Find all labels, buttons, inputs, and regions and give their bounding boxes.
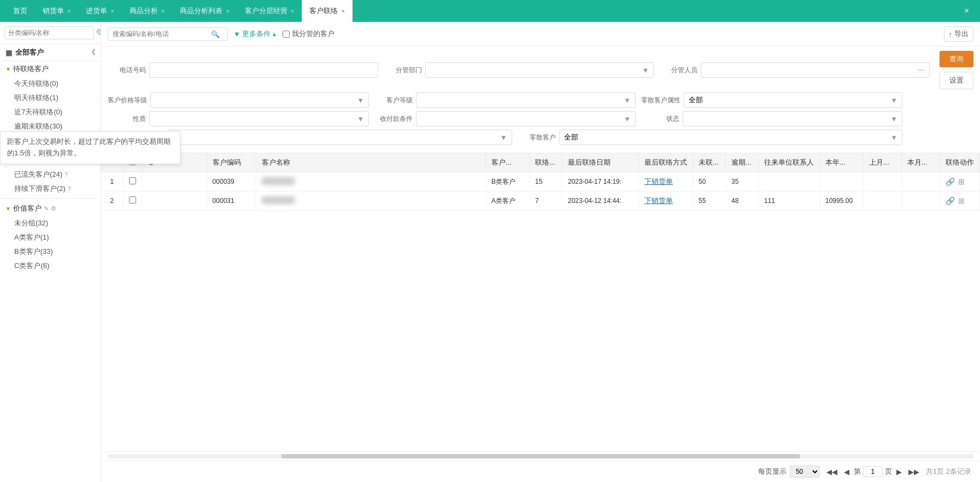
- filter-customer-grade-select[interactable]: ▼: [416, 92, 636, 108]
- nav-sales[interactable]: 销货单 ×: [35, 0, 78, 22]
- sidebar-search-input[interactable]: [4, 26, 94, 39]
- per-page-select[interactable]: 20 50 100: [790, 466, 820, 478]
- sidebar-item-b-class[interactable]: B类客户(33): [10, 245, 101, 259]
- th-contact-label: 联络...: [535, 158, 555, 166]
- filter-nature: 性质 ▼: [108, 111, 369, 126]
- th-thismonth: 本月...: [902, 153, 940, 172]
- nav-analysis-close[interactable]: ×: [161, 8, 165, 14]
- filter-status-select[interactable]: ▼: [683, 111, 902, 126]
- nav-analysis-list[interactable]: 商品分析列表 ×: [172, 0, 237, 22]
- nav-customer-contact[interactable]: 客户联络 ×: [302, 0, 352, 22]
- export-icon: ↑: [949, 30, 953, 38]
- filter-phone-input[interactable]: [149, 62, 378, 78]
- close-all-button[interactable]: ×: [959, 6, 975, 16]
- th-type-label: 客户...: [491, 158, 512, 166]
- scroll-track[interactable]: [108, 454, 973, 458]
- more-conditions-btn[interactable]: ▼ 更多条件 ▲: [233, 29, 277, 39]
- sidebar-search-area: 🔍: [0, 22, 101, 44]
- cell-thismonth-2: [902, 191, 940, 211]
- nav-analysis-list-close[interactable]: ×: [226, 8, 229, 14]
- blurred-name-1: [262, 177, 295, 185]
- action-grid-icon-1[interactable]: ⊞: [958, 177, 965, 186]
- filter-nature-select[interactable]: ▼: [149, 111, 369, 126]
- sidebar-item-c-class[interactable]: C类客户(6): [10, 259, 101, 273]
- sidebar-item-already-lost[interactable]: 已流失客户(24) ?: [10, 167, 101, 182]
- search-input[interactable]: [113, 30, 211, 38]
- filter-scattered-customer-select[interactable]: 全部 ▼: [559, 130, 902, 145]
- filter-settings-button[interactable]: 设置: [940, 72, 973, 89]
- filter-price-grade-select[interactable]: ▼: [150, 92, 369, 108]
- collapse-icon[interactable]: 《: [88, 48, 95, 57]
- cell-uncontact-1: 50: [693, 172, 726, 191]
- already-lost-help-icon[interactable]: ?: [64, 172, 68, 178]
- lastmethod-link-1[interactable]: 下销货单: [644, 177, 673, 185]
- price-grade-arrow: ▼: [357, 96, 364, 104]
- th-lastmonth: 上月...: [864, 153, 902, 172]
- th-uncontact-label: 未联...: [699, 158, 719, 166]
- scroll-thumb[interactable]: [281, 454, 800, 458]
- sidebar-item-today[interactable]: 今天待联络(0): [10, 77, 101, 91]
- filter-scattered-attr: 零散客户属性 全部 ▼: [641, 92, 902, 108]
- sidebar-item-declining[interactable]: 持续下滑客户(2) ?: [10, 182, 101, 196]
- horizontal-scrollbar[interactable]: [101, 451, 980, 461]
- cell-contact-1: 15: [530, 172, 562, 191]
- th-type: 客户...: [486, 153, 530, 172]
- all-customers-label: 全部客户: [15, 48, 44, 57]
- sidebar-search-icon[interactable]: 🔍: [96, 29, 101, 37]
- my-customers-checkbox[interactable]: [283, 31, 290, 38]
- nav-customer-tier[interactable]: 客户分层经营 ×: [237, 0, 302, 22]
- filter-scattered-attr-select[interactable]: 全部 ▼: [684, 92, 902, 108]
- person-more-dots[interactable]: ···: [918, 66, 925, 74]
- row1-checkbox[interactable]: [129, 177, 136, 184]
- action-link-icon-1[interactable]: 🔗: [946, 177, 955, 186]
- more-conditions-arrow: ▲: [272, 31, 277, 37]
- export-button[interactable]: ↑ 导出: [944, 26, 974, 42]
- last-page-button[interactable]: ▶▶: [906, 467, 922, 477]
- sidebar-value-customers[interactable]: ▼ 价值客户 ✎ ⚙: [0, 201, 101, 216]
- more-conditions-label: 更多条件: [242, 29, 271, 39]
- nav-customer-tier-close[interactable]: ×: [291, 8, 294, 14]
- nav-home[interactable]: 首页: [5, 0, 35, 22]
- filter-phone-label: 电话号码: [108, 66, 146, 75]
- row2-checkbox[interactable]: [129, 196, 136, 204]
- query-button[interactable]: 查询: [940, 51, 973, 67]
- filter-dept-select[interactable]: ▼: [425, 62, 654, 78]
- sidebar-item-ungrouped[interactable]: 未分组(32): [10, 216, 101, 230]
- prev-page-button[interactable]: ◀: [842, 467, 852, 477]
- my-customers-label: 我分管的客户: [292, 29, 335, 39]
- lastmethod-link-2[interactable]: 下销货单: [644, 196, 673, 205]
- nav-purchase-close[interactable]: ×: [110, 8, 114, 14]
- declining-help-icon[interactable]: ?: [68, 186, 71, 192]
- filter-payment-select[interactable]: ▼: [416, 111, 636, 126]
- nav-customer-contact-close[interactable]: ×: [341, 8, 344, 14]
- nav-analysis[interactable]: 商品分析 ×: [122, 0, 172, 22]
- sidebar-item-a-class[interactable]: A类客户(1): [10, 230, 101, 245]
- filter-customer-type-select[interactable]: ▼: [168, 130, 512, 145]
- page-number-input[interactable]: [863, 466, 883, 477]
- value-customers-edit-icon[interactable]: ✎: [44, 205, 49, 212]
- filter-person-select[interactable]: ···: [701, 62, 930, 78]
- th-unit-contact: 往来单位联系人: [759, 153, 820, 172]
- sidebar-item-tomorrow[interactable]: 明天待联络(1): [10, 91, 101, 105]
- search-icon[interactable]: 🔍: [211, 30, 220, 38]
- next-page-button[interactable]: ▶: [894, 467, 904, 477]
- sidebar-all-customers[interactable]: ▦ 全部客户 《: [0, 44, 101, 61]
- dept-dropdown-arrow: ▼: [642, 66, 649, 74]
- action-link-icon-2[interactable]: 🔗: [946, 196, 955, 205]
- th-thismonth-label: 本月...: [907, 158, 928, 166]
- nav-customer-tier-label: 客户分层经营: [245, 6, 287, 16]
- value-customers-triangle: ▼: [5, 206, 11, 212]
- nav-customer-contact-label: 客户联络: [309, 6, 338, 16]
- nav-purchase[interactable]: 进货单 ×: [78, 0, 121, 22]
- sidebar-item-7days[interactable]: 近7天待联络(0): [10, 105, 101, 119]
- table-row: 1 000039 B类客户 15 2023-04-17 14:19:: [101, 172, 980, 191]
- nav-sales-close[interactable]: ×: [67, 8, 71, 14]
- first-page-button[interactable]: ◀◀: [824, 467, 840, 477]
- action-grid-icon-2[interactable]: ⊞: [958, 196, 965, 205]
- sidebar-pending-contact-title[interactable]: ▼ 待联络客户: [0, 61, 101, 77]
- value-customers-settings-icon[interactable]: ⚙: [51, 205, 56, 212]
- filter-scattered-attr-label: 零散客户属性: [641, 96, 680, 105]
- cell-name-1: [256, 172, 485, 191]
- filter-status: 状态 ▼: [641, 111, 902, 126]
- scattered-attr-arrow: ▼: [890, 96, 897, 104]
